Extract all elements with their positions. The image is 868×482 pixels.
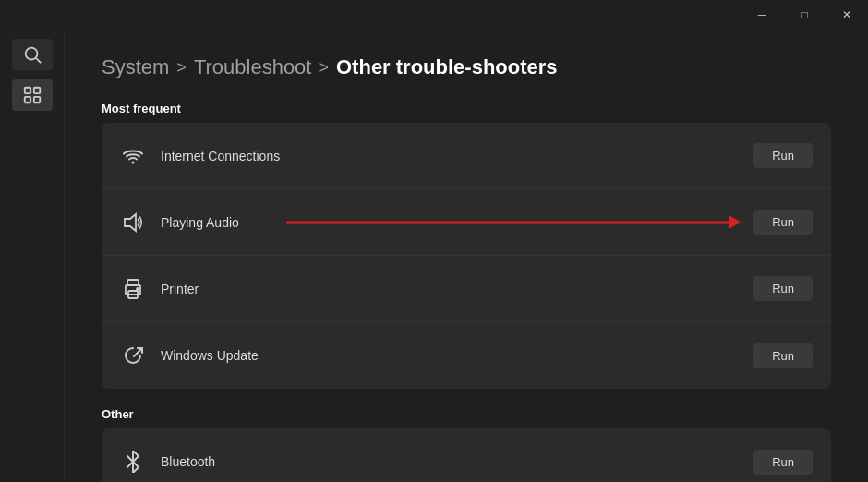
- search-button[interactable]: [12, 39, 53, 70]
- printer-icon: [120, 276, 146, 302]
- item-label: Printer: [161, 282, 753, 296]
- run-internet-connections-button[interactable]: Run: [753, 143, 813, 168]
- bluetooth-icon: [120, 449, 146, 475]
- title-bar: ─ □ ✕: [741, 0, 868, 30]
- main-content: System > Troubleshoot > Other trouble-sh…: [65, 30, 868, 482]
- svg-line-1: [36, 58, 41, 63]
- run-playing-audio-button[interactable]: Run: [753, 210, 813, 235]
- section-title-other: Other: [102, 407, 831, 421]
- audio-icon: [120, 210, 146, 235]
- breadcrumb-sep-1: >: [176, 58, 187, 78]
- item-label: Playing Audio: [161, 215, 753, 230]
- breadcrumb: System > Troubleshoot > Other trouble-sh…: [102, 55, 831, 79]
- minimize-button[interactable]: ─: [741, 0, 783, 30]
- list-item: Internet Connections Run: [102, 123, 831, 189]
- list-item: Bluetooth Run: [102, 428, 831, 482]
- list-item: Printer Run: [102, 256, 831, 322]
- frequent-list: Internet Connections Run Playing Audio R…: [102, 123, 831, 389]
- run-printer-button[interactable]: Run: [753, 276, 813, 301]
- list-item: Windows Update Run: [102, 322, 831, 389]
- list-item: Playing Audio Run: [102, 189, 831, 256]
- sidebar: [0, 30, 65, 482]
- nav-icon: [22, 85, 42, 105]
- other-list: Bluetooth Run: [102, 428, 831, 482]
- svg-marker-7: [125, 214, 136, 231]
- maximize-button[interactable]: □: [783, 0, 826, 30]
- breadcrumb-troubleshoot[interactable]: Troubleshoot: [194, 55, 312, 79]
- svg-rect-5: [33, 97, 39, 102]
- svg-rect-2: [24, 88, 30, 93]
- sidebar-nav-item[interactable]: [12, 79, 53, 111]
- breadcrumb-system[interactable]: System: [102, 55, 169, 79]
- svg-point-0: [25, 48, 37, 60]
- search-icon: [22, 44, 42, 65]
- item-label: Windows Update: [161, 348, 753, 363]
- wifi-icon: [120, 143, 146, 169]
- svg-point-11: [137, 288, 139, 290]
- svg-rect-4: [24, 97, 30, 102]
- breadcrumb-sep-2: >: [319, 58, 329, 78]
- item-label: Bluetooth: [161, 454, 753, 469]
- breadcrumb-current: Other trouble-shooters: [336, 55, 558, 79]
- section-title-frequent: Most frequent: [102, 102, 831, 115]
- svg-rect-3: [33, 88, 39, 93]
- close-button[interactable]: ✕: [826, 0, 868, 30]
- run-bluetooth-button[interactable]: Run: [753, 450, 813, 475]
- update-icon: [120, 343, 146, 368]
- item-label: Internet Connections: [161, 149, 753, 163]
- run-windows-update-button[interactable]: Run: [753, 343, 813, 368]
